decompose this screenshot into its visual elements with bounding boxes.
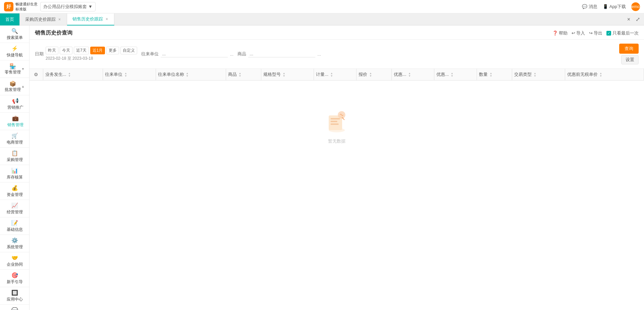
sidebar-item-ecommerce[interactable]: 🛒 电商管理 (0, 130, 29, 148)
table-col-partner-code[interactable]: 往来单位 ▲▼ (103, 69, 156, 81)
date-today-btn[interactable]: 今天 (60, 47, 72, 54)
system-icon: ⚙️ (11, 237, 18, 244)
table-col-quantity[interactable]: 数量 ▲▼ (477, 69, 512, 81)
export-icon: ↪ (589, 31, 593, 36)
sort-discount1-icon: ▲▼ (408, 72, 411, 78)
filter-area: 日期 昨天 今天 近7天 近1月 更多 自定义 2023-02-18 至 202… (30, 40, 644, 69)
tab-sales-history-close[interactable]: × (105, 16, 109, 22)
page-header-actions: ❓ 帮助 ↩ 导入 ↪ 导出 ✓ 只看最后一次 (552, 30, 639, 36)
sidebar-item-wechat[interactable]: 💬 企业微信 (0, 305, 29, 310)
sidebar-item-inventory[interactable]: 📊 库存核算 (0, 165, 29, 183)
tab-purchase-history-close[interactable]: × (58, 16, 61, 22)
table-col-settings[interactable]: ⚙ (30, 69, 43, 81)
import-action[interactable]: ↩ 导入 (572, 30, 585, 36)
table-col-unit[interactable]: 计量... ▲▼ (314, 69, 357, 81)
date-buttons: 昨天 今天 近7天 近1月 更多 自定义 (46, 47, 137, 54)
partner-dots[interactable]: ... (230, 52, 233, 57)
operations-icon: 📈 (11, 202, 18, 209)
message-action[interactable]: 💬 消息 (582, 4, 597, 10)
sidebar-item-apps[interactable]: 🔲 应用中心 (0, 287, 29, 305)
sidebar-item-finance[interactable]: 💰 资金管理 (0, 183, 29, 200)
sidebar-item-enterprise[interactable]: 🤝 企业协同 (0, 252, 29, 270)
download-icon: 📱 (603, 4, 608, 9)
filter-partner-group: 往来单位 ... (141, 51, 233, 57)
date-custom-btn[interactable]: 自定义 (120, 47, 137, 54)
tab-home[interactable]: 首页 (0, 13, 20, 25)
sidebar-item-wholesale[interactable]: 📦 批发管理 ▲ (0, 78, 29, 95)
date-last7-btn[interactable]: 近7天 (74, 47, 89, 54)
table-col-trade-type[interactable]: 交易类型 ▲▼ (512, 69, 565, 81)
settings-button[interactable]: 设置 (621, 55, 639, 64)
import-icon: ↩ (572, 31, 575, 36)
shortcut-icon: ⚡ (11, 45, 18, 52)
goods-filter-input[interactable] (248, 51, 315, 57)
sort-quantity-icon: ▲▼ (490, 72, 492, 78)
date-filter-label: 日期 (35, 51, 44, 57)
wholesale-icon: 📦 (9, 81, 16, 87)
partner-filter-input[interactable] (161, 51, 228, 57)
table-col-biz-date[interactable]: 业务发生... ▲▼ (43, 69, 103, 81)
sidebar-item-guide[interactable]: 🎯 新手引导 (0, 270, 29, 287)
sort-pre-discount-price-icon: ▲▼ (599, 72, 602, 78)
gear-icon[interactable]: ⚙ (34, 72, 38, 77)
finance-icon: 💰 (11, 185, 18, 191)
goods-filter-label: 商品 (237, 51, 246, 57)
table-col-discount2[interactable]: 优惠... ▲▼ (434, 69, 477, 81)
date-more-btn[interactable]: 更多 (106, 47, 119, 54)
sidebar-item-sales-mgmt[interactable]: 💼 销售管理 (0, 113, 29, 130)
avatar: demo2 (631, 2, 640, 11)
sidebar-item-operations[interactable]: 📈 经营管理 (0, 200, 29, 217)
svg-rect-3 (331, 121, 337, 122)
apps-icon: 🔲 (11, 290, 18, 296)
sidebar-item-purchase[interactable]: 📋 采购管理 (0, 148, 29, 165)
retail-icon: 🏪 (9, 63, 16, 69)
checkbox-checked-icon: ✓ (606, 31, 611, 36)
tab-purchase-history[interactable]: 采购历史价跟踪 × (20, 13, 67, 25)
sidebar-item-search[interactable]: 🔍 搜索菜单 (0, 25, 29, 43)
sidebar-item-basic[interactable]: 📝 基础信息 (0, 217, 29, 235)
sort-partner-name-icon: ▲▼ (186, 72, 189, 78)
date-range-display: 2023-02-18 至 2023-03-18 (46, 56, 137, 61)
app-download-action[interactable]: 📱 App下载 (603, 4, 626, 10)
guide-icon: 🎯 (11, 272, 18, 278)
inventory-icon: 📊 (11, 167, 18, 174)
sidebar-item-shortcut[interactable]: ⚡ 快捷导航 (0, 43, 29, 60)
date-last1m-btn[interactable]: 近1月 (90, 47, 105, 54)
table-col-goods[interactable]: 商品 ▲▼ (226, 69, 261, 81)
tab-bar: 首页 采购历史价跟踪 × 销售历史价跟踪 × × ⤢ (0, 13, 644, 25)
sidebar: 🔍 搜索菜单 ⚡ 快捷导航 🏪 零售管理 ▼ 📦 批发管理 ▲ 📢 营销推广 (0, 25, 30, 310)
sort-biz-date-icon: ▲▼ (68, 72, 71, 78)
sort-spec-icon: ▲▼ (283, 72, 285, 78)
help-action[interactable]: ❓ 帮助 (552, 30, 568, 36)
sidebar-item-marketing[interactable]: 📢 营销推广 (0, 95, 29, 113)
tab-maximize-button[interactable]: ⤢ (634, 15, 641, 24)
company-selector[interactable]: 办公用品行业模拟账套 ▼ (40, 2, 96, 11)
goods-dots[interactable]: ... (317, 52, 321, 57)
content-area: 销售历史价查询 ❓ 帮助 ↩ 导入 ↪ 导出 ✓ 只看最后一次 (30, 25, 644, 310)
sort-trade-type-icon: ▲▼ (534, 72, 536, 78)
date-yesterday-btn[interactable]: 昨天 (46, 47, 58, 54)
marketing-icon: 📢 (12, 98, 19, 104)
table-col-quoted-price[interactable]: 报价 ▲▼ (357, 69, 392, 81)
logo-icon: 好 (4, 2, 13, 11)
sidebar-item-system[interactable]: ⚙️ 系统管理 (0, 235, 29, 252)
export-action[interactable]: ↪ 导出 (589, 30, 602, 36)
filter-date-group: 日期 昨天 今天 近7天 近1月 更多 自定义 2023-02-18 至 202… (35, 47, 137, 61)
sort-quoted-price-icon: ▲▼ (369, 72, 372, 78)
table-col-spec[interactable]: 规格型号 ▲▼ (261, 69, 314, 81)
table-col-discount1[interactable]: 优惠... ▲▼ (392, 69, 434, 81)
only-last-checkbox[interactable]: ✓ 只看最后一次 (606, 30, 639, 36)
query-button[interactable]: 查询 (619, 44, 639, 54)
retail-arrow-icon: ▼ (21, 67, 25, 71)
purchase-icon: 📋 (11, 150, 18, 156)
tab-sales-history[interactable]: 销售历史价跟踪 × (67, 13, 114, 25)
page-title: 销售历史价查询 (35, 30, 72, 37)
table-col-pre-discount-price[interactable]: 优惠前无税单价 ▲▼ (565, 69, 644, 81)
table-col-partner-name[interactable]: 往来单位名称 ▲▼ (156, 69, 226, 81)
chevron-down-icon: ▼ (88, 4, 93, 9)
tab-close-all-button[interactable]: × (626, 15, 632, 24)
sidebar-item-retail[interactable]: 🏪 零售管理 ▼ (0, 60, 29, 78)
header-left: 好 畅捷通好生意 标准版 办公用品行业模拟账套 ▼ (4, 2, 96, 11)
user-avatar-action[interactable]: demo2 (631, 2, 640, 11)
help-icon: ❓ (552, 31, 558, 36)
